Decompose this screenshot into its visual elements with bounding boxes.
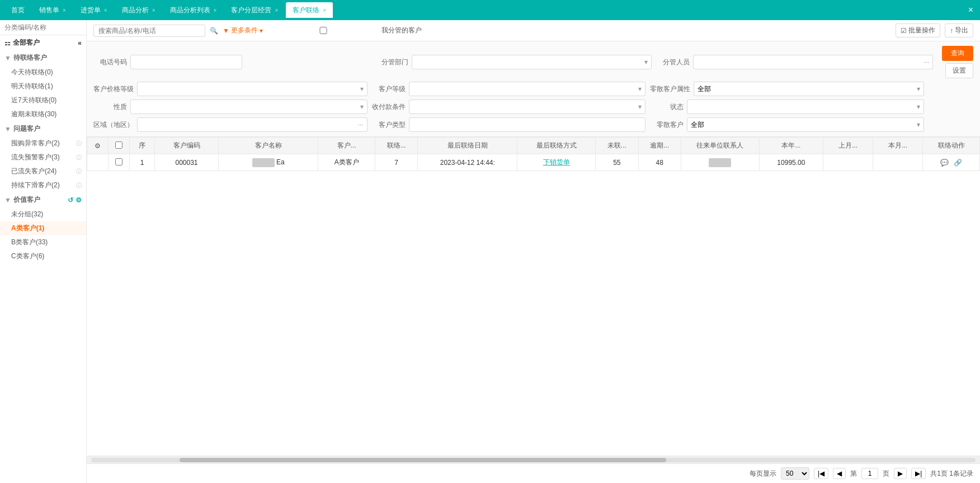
nav-tab-analysis-list[interactable]: 商品分析列表 ×	[163, 2, 224, 18]
prev-page-btn[interactable]: ◀	[833, 468, 846, 479]
export-btn[interactable]: ↑ 导出	[945, 23, 973, 37]
row-contact2	[681, 154, 759, 171]
col-last-method: 最后联络方式	[517, 138, 596, 154]
close-all-tabs[interactable]: ×	[968, 5, 973, 15]
arrow-problem: ▼	[4, 125, 11, 133]
filter-retail: 零散客户 全部 ▾	[650, 117, 924, 132]
sidebar-search-input[interactable]	[4, 23, 87, 31]
retail-control[interactable]: 全部 ▾	[687, 117, 924, 132]
nav-tab-customer-contact[interactable]: 客户联络 ×	[286, 2, 333, 18]
settings-value-icon[interactable]: ⚙	[76, 196, 82, 204]
nature-label: 性质	[93, 102, 127, 112]
region-control[interactable]: ···	[137, 117, 368, 132]
sidebar-item-declining[interactable]: 持续下滑客户(2) ⓘ	[0, 178, 86, 192]
sidebar-section-pending[interactable]: ▼ 待联络客户	[0, 50, 86, 65]
retail-label: 零散客户	[650, 120, 684, 130]
sidebar-item-ungrouped[interactable]: 未分组(32)	[0, 207, 86, 221]
row-name-text: Ea	[276, 158, 285, 166]
filter-search-icon[interactable]: 🔍	[210, 27, 218, 35]
close-analysis-list[interactable]: ×	[214, 7, 217, 13]
nav-tab-home[interactable]: 首页	[4, 2, 31, 18]
person-control[interactable]: ···	[693, 55, 933, 69]
more-filters-btn[interactable]: ▼ 更多条件 ▾	[223, 26, 263, 35]
col-settings[interactable]: ⚙	[87, 138, 109, 154]
churned-icon: ⓘ	[76, 168, 82, 176]
payment-control[interactable]: ▾	[409, 100, 646, 114]
class-b-label: B类客户(33)	[11, 238, 82, 247]
close-sales[interactable]: ×	[63, 7, 66, 13]
status-control[interactable]: ▾	[687, 100, 924, 114]
sidebar-section-value[interactable]: ▼ 价值客户 ↺ ⚙	[0, 192, 86, 207]
class-c-label: C类客户(6)	[11, 252, 82, 261]
query-btn[interactable]: 查询	[942, 46, 973, 61]
dept-control[interactable]: ▾	[412, 55, 652, 69]
action-link-icon[interactable]: 🔗	[954, 159, 962, 167]
phone-control[interactable]	[130, 55, 242, 69]
customer-level-control[interactable]: ▾	[409, 82, 646, 96]
sidebar-item-tomorrow[interactable]: 明天待联络(1)	[0, 79, 86, 93]
action-msg-icon[interactable]: 💬	[940, 159, 949, 167]
per-page-select[interactable]: 50 100 200	[781, 467, 809, 480]
col-type: 客户...	[318, 138, 375, 154]
horizontal-scrollbar[interactable]	[87, 456, 980, 463]
abnormal-label: 囤购异常客户(2)	[11, 139, 76, 148]
batch-action-btn[interactable]: ☑ 批量操作	[896, 23, 940, 37]
customer-type-control[interactable]	[409, 117, 646, 132]
sidebar-item-overdue[interactable]: 逾期未联络(30)	[0, 107, 86, 121]
settings-btn[interactable]: 设置	[945, 63, 973, 78]
scroll-track[interactable]	[91, 458, 976, 462]
sidebar-section-problem[interactable]: ▼ 问题客户	[0, 121, 86, 136]
sidebar-item-class-c[interactable]: C类客户(6)	[0, 249, 86, 263]
sidebar-item-7days[interactable]: 近7天待联络(0)	[0, 93, 86, 107]
filter-customer-type: 客户类型	[372, 117, 646, 132]
close-purchase[interactable]: ×	[104, 7, 107, 13]
next-page-btn[interactable]: ▶	[894, 468, 907, 479]
nav-tab-purchase[interactable]: 进货单 ×	[74, 2, 114, 18]
nature-control[interactable]: ▾	[130, 100, 368, 114]
filter-dept: 分管部门 ▾	[375, 55, 652, 69]
ungrouped-label: 未分组(32)	[11, 210, 82, 219]
sidebar-item-abnormal[interactable]: 囤购异常客户(2) ⓘ	[0, 136, 86, 150]
nav-tab-customer-mgmt[interactable]: 客户分层经营 ×	[224, 2, 285, 18]
my-customers-checkbox[interactable]	[267, 27, 379, 34]
sidebar-item-churn-warning[interactable]: 流失预警客户(3) ⓘ	[0, 150, 86, 164]
sidebar-item-class-a[interactable]: A类客户(1)	[0, 221, 86, 235]
advanced-filters: 电话号码 分管部门 ▾ 分管人员 ···	[87, 41, 980, 137]
sales-label: 销售单	[39, 6, 59, 15]
select-all-checkbox[interactable]	[115, 141, 123, 149]
filter-status: 状态 ▾	[650, 100, 924, 114]
collapse-sidebar[interactable]: «	[78, 39, 82, 47]
first-page-btn[interactable]: |◀	[814, 468, 828, 479]
declining-icon: ⓘ	[76, 182, 82, 190]
retail-attr-control[interactable]: 全部 ▾	[694, 82, 924, 96]
search-input[interactable]	[93, 25, 205, 37]
churn-warning-label: 流失预警客户(3)	[11, 153, 76, 162]
row-contact-count: 7	[375, 154, 418, 171]
sidebar-item-class-b[interactable]: B类客户(33)	[0, 235, 86, 249]
filter-payment: 收付款条件 ▾	[372, 100, 646, 114]
sidebar-item-today[interactable]: 今天待联络(0)	[0, 65, 86, 79]
refresh-value-icon[interactable]: ↺	[68, 196, 73, 204]
row-this-year: 10995.00	[759, 154, 823, 171]
col-action: 联络动作	[923, 138, 980, 154]
last-page-btn[interactable]: ▶|	[911, 468, 926, 479]
close-customer-contact[interactable]: ×	[323, 7, 326, 13]
row-select-checkbox[interactable]	[115, 158, 123, 165]
payment-label: 收付款条件	[372, 102, 406, 112]
nav-tab-sales[interactable]: 销售单 ×	[32, 2, 73, 18]
row-settings	[87, 154, 109, 171]
sidebar-all-customers[interactable]: ⚏ 全部客户 «	[0, 35, 86, 50]
nav-tab-analysis[interactable]: 商品分析 ×	[115, 2, 162, 18]
scroll-thumb[interactable]	[180, 458, 666, 462]
export-icon: ↑	[950, 27, 953, 35]
content-area: 🔍 ▼ 更多条件 ▾ 我分管的客户 ☑ 批量操作 ↑ 导出	[87, 20, 980, 483]
sidebar-item-churned[interactable]: 已流失客户(24) ⓘ	[0, 164, 86, 178]
page-input[interactable]	[861, 468, 878, 479]
price-level-control[interactable]: ▾	[137, 82, 368, 96]
last-method-link[interactable]: 下销货单	[543, 158, 570, 166]
close-analysis[interactable]: ×	[152, 7, 156, 13]
declining-label: 持续下滑客户(2)	[11, 181, 76, 190]
row-overdue: 48	[638, 154, 681, 171]
close-customer-mgmt[interactable]: ×	[275, 7, 278, 13]
overdue-label: 逾期未联络(30)	[11, 110, 82, 119]
